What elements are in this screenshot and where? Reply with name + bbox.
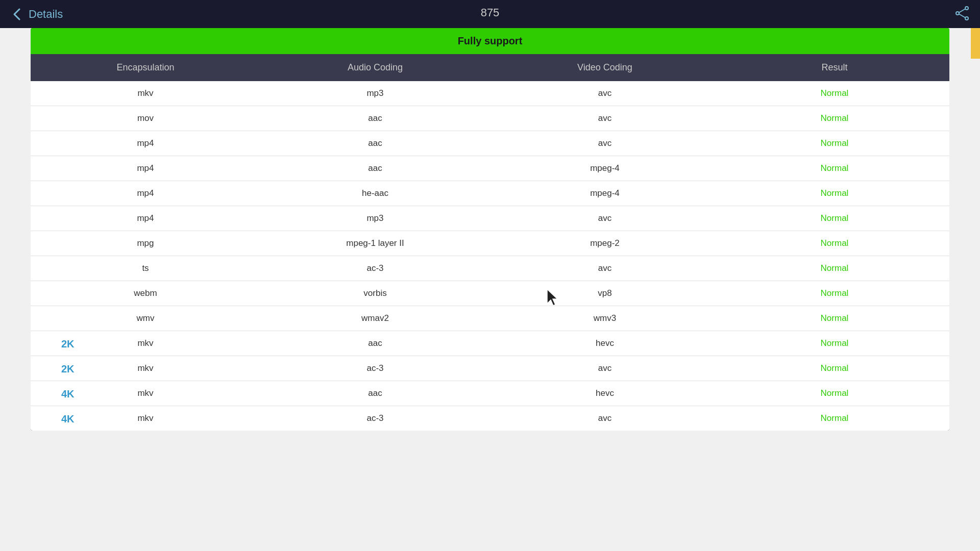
page-number: 875 xyxy=(481,6,500,19)
cell-result: Normal xyxy=(720,238,949,248)
back-arrow-icon xyxy=(10,7,24,21)
cell-video: avc xyxy=(490,213,720,223)
cell-audio: aac xyxy=(260,338,490,348)
cell-video: vp8 xyxy=(490,288,720,298)
col-header-audio: Audio Coding xyxy=(260,62,490,73)
cell-video: hevc xyxy=(490,338,720,348)
cell-encapsulation: 2Kmkv xyxy=(31,338,260,348)
cell-video: avc xyxy=(490,363,720,373)
cell-audio: mp3 xyxy=(260,88,490,98)
cell-video: avc xyxy=(490,113,720,123)
table-row: tsac-3avcNormal xyxy=(31,256,949,281)
cell-result: Normal xyxy=(720,113,949,123)
cell-audio: aac xyxy=(260,163,490,173)
cell-result: Normal xyxy=(720,338,949,348)
cell-audio: he-aac xyxy=(260,188,490,198)
col-header-video: Video Coding xyxy=(490,62,720,73)
cell-audio: ac-3 xyxy=(260,413,490,423)
badge-label: 2K xyxy=(61,338,75,350)
cell-encapsulation: webm xyxy=(31,288,260,298)
cell-result: Normal xyxy=(720,313,949,323)
table-row: mp4he-aacmpeg-4Normal xyxy=(31,181,949,206)
cell-audio: wmav2 xyxy=(260,313,490,323)
table-row: movaacavcNormal xyxy=(31,106,949,131)
cell-video: avc xyxy=(490,138,720,148)
cell-video: wmv3 xyxy=(490,313,720,323)
table-row: mp4aacavcNormal xyxy=(31,131,949,156)
header-bar: Details 875 xyxy=(0,0,980,28)
cell-audio: vorbis xyxy=(260,288,490,298)
table-row: 4Kmkvac-3avcNormal xyxy=(31,406,949,431)
cell-video: mpeg-4 xyxy=(490,163,720,173)
share-button[interactable] xyxy=(954,6,970,23)
header-title: Details xyxy=(29,8,63,21)
cell-video: avc xyxy=(490,413,720,423)
main-content: Fully support Encapsulation Audio Coding… xyxy=(31,28,949,431)
table-row: 2KmkvaachevcNormal xyxy=(31,331,949,356)
cell-result: Normal xyxy=(720,138,949,148)
table-row: wmvwmav2wmv3Normal xyxy=(31,306,949,331)
cell-audio: mp3 xyxy=(260,213,490,223)
cell-encapsulation: mp4 xyxy=(31,213,260,223)
cell-result: Normal xyxy=(720,163,949,173)
table-row: mkvmp3avcNormal xyxy=(31,81,949,106)
cell-audio: ac-3 xyxy=(260,363,490,373)
cell-encapsulation: ts xyxy=(31,263,260,273)
cell-audio: aac xyxy=(260,138,490,148)
cell-encapsulation: 2Kmkv xyxy=(31,363,260,373)
cell-audio: aac xyxy=(260,113,490,123)
cell-result: Normal xyxy=(720,288,949,298)
table-header: Encapsulation Audio Coding Video Coding … xyxy=(31,54,949,81)
cell-encapsulation: 4Kmkv xyxy=(31,413,260,423)
cell-result: Normal xyxy=(720,388,949,398)
cell-result: Normal xyxy=(720,88,949,98)
cell-result: Normal xyxy=(720,188,949,198)
cell-video: avc xyxy=(490,88,720,98)
cell-encapsulation: mov xyxy=(31,113,260,123)
app-container: Details 875 Fully support Encapsulation … xyxy=(0,0,980,551)
cell-video: hevc xyxy=(490,388,720,398)
cell-result: Normal xyxy=(720,413,949,423)
cell-result: Normal xyxy=(720,263,949,273)
cell-encapsulation: mp4 xyxy=(31,188,260,198)
cell-encapsulation: mkv xyxy=(31,88,260,98)
cell-encapsulation: mp4 xyxy=(31,138,260,148)
table-row: 4KmkvaachevcNormal xyxy=(31,381,949,406)
svg-point-1 xyxy=(956,12,959,15)
cell-encapsulation: mp4 xyxy=(31,163,260,173)
cell-video: mpeg-2 xyxy=(490,238,720,248)
cell-audio: aac xyxy=(260,388,490,398)
svg-line-3 xyxy=(959,9,965,12)
cell-result: Normal xyxy=(720,213,949,223)
cell-encapsulation: 4Kmkv xyxy=(31,388,260,398)
table-row: webmvorbisvp8Normal xyxy=(31,281,949,306)
back-button[interactable]: Details xyxy=(10,7,63,21)
cell-encapsulation: mpg xyxy=(31,238,260,248)
badge-label: 4K xyxy=(61,388,75,400)
badge-label: 2K xyxy=(61,363,75,375)
cell-result: Normal xyxy=(720,363,949,373)
table-row: mpgmpeg-1 layer IImpeg-2Normal xyxy=(31,231,949,256)
cell-encapsulation: wmv xyxy=(31,313,260,323)
table-row: mp4aacmpeg-4Normal xyxy=(31,156,949,181)
col-header-result: Result xyxy=(720,62,949,73)
cell-video: avc xyxy=(490,263,720,273)
cell-audio: mpeg-1 layer II xyxy=(260,238,490,248)
cell-audio: ac-3 xyxy=(260,263,490,273)
cell-video: mpeg-4 xyxy=(490,188,720,198)
table-row: mp4mp3avcNormal xyxy=(31,206,949,231)
support-banner: Fully support xyxy=(31,28,949,54)
right-accent-bar xyxy=(971,28,980,59)
badge-label: 4K xyxy=(61,413,75,425)
svg-point-2 xyxy=(965,17,968,20)
table-row: 2Kmkvac-3avcNormal xyxy=(31,356,949,381)
table-body: mkvmp3avcNormalmovaacavcNormalmp4aacavcN… xyxy=(31,81,949,431)
share-icon xyxy=(954,6,970,21)
col-header-encapsulation: Encapsulation xyxy=(31,62,260,73)
svg-point-0 xyxy=(965,7,968,10)
svg-line-4 xyxy=(959,14,965,17)
